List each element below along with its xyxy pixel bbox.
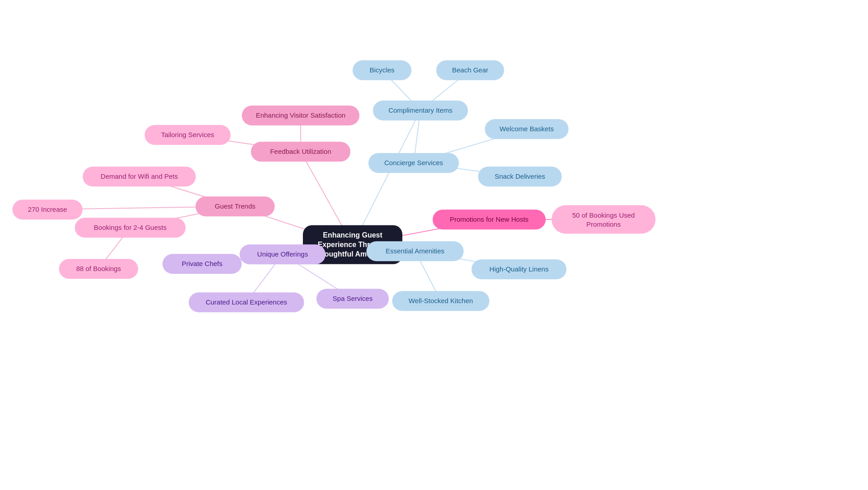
node-bicycles[interactable]: Bicycles: [353, 60, 411, 80]
node-guest-trends[interactable]: Guest Trends: [196, 196, 275, 216]
mindmap-container: Enhancing Guest Experience Through Thoug…: [0, 0, 868, 490]
node-spa-services[interactable]: Spa Services: [316, 289, 389, 309]
node-essential-amenities[interactable]: Essential Amenities: [367, 241, 464, 261]
node-high-quality-linens[interactable]: High-Quality Linens: [472, 259, 566, 279]
node-enhancing-visitor[interactable]: Enhancing Visitor Satisfaction: [242, 105, 359, 125]
node-private-chefs[interactable]: Private Chefs: [163, 254, 242, 274]
node-unique-offerings[interactable]: Unique Offerings: [240, 244, 326, 264]
node-tailoring-services[interactable]: Tailoring Services: [145, 125, 231, 145]
node-270-increase[interactable]: 270 Increase: [13, 200, 83, 219]
svg-line-0: [353, 110, 420, 245]
node-complimentary-items[interactable]: Complimentary Items: [373, 100, 468, 120]
node-well-stocked-kitchen[interactable]: Well-Stocked Kitchen: [392, 291, 490, 311]
node-welcome-baskets[interactable]: Welcome Baskets: [485, 119, 569, 139]
node-demand-wifi[interactable]: Demand for Wifi and Pets: [83, 167, 196, 186]
node-promotions-new-hosts[interactable]: Promotions for New Hosts: [433, 209, 546, 229]
node-curated-local[interactable]: Curated Local Experiences: [189, 292, 304, 312]
node-bookings-2-4[interactable]: Bookings for 2-4 Guests: [75, 218, 186, 238]
node-50-bookings-promotions[interactable]: 50 of Bookings Used Promotions: [552, 205, 656, 234]
node-snack-deliveries[interactable]: Snack Deliveries: [478, 167, 562, 186]
node-beach-gear[interactable]: Beach Gear: [436, 60, 504, 80]
node-88-bookings[interactable]: 88 of Bookings: [59, 259, 138, 279]
node-feedback-utilization[interactable]: Feedback Utilization: [251, 142, 350, 162]
node-concierge-services[interactable]: Concierge Services: [368, 153, 459, 173]
